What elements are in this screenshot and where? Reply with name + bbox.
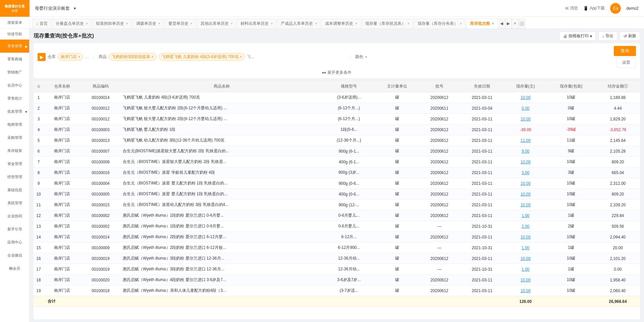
close-icon[interactable]: × (315, 22, 317, 25)
sidebar-item-retail-management[interactable]: 零售管理 ▶ (0, 40, 29, 53)
user-avatar[interactable]: Ea (610, 3, 621, 14)
tab-fenliang[interactable]: 分量盘点单历史 × (52, 18, 92, 29)
message-btn[interactable]: ✉ 消息 (565, 5, 578, 11)
tab-zuchuan[interactable]: 组装拆卸单历史 × (92, 18, 132, 29)
app-download-btn[interactable]: 📱 App下载 (583, 5, 605, 11)
row-qty-main[interactable]: 10.00 (504, 200, 546, 210)
print-dropdown-icon: ▾ (590, 34, 592, 39)
row-qty-main[interactable]: 1.00 (504, 264, 546, 275)
row-qty-main[interactable]: 1.00 (504, 243, 546, 253)
goods-tag-2[interactable]: 飞鹤星飞帆 儿童奶粉 4段(3-6岁适用) 700克 × (159, 53, 245, 61)
sidebar-item-app-center[interactable]: 应用中心 (0, 236, 29, 249)
warehouse-tag-remove[interactable]: × (78, 55, 80, 59)
row-qty-main[interactable]: 10.00 (504, 178, 546, 189)
total-label: 合计 (44, 296, 504, 307)
tab-cailiao[interactable]: 材料出库单历史 × (237, 18, 276, 29)
row-qty-main[interactable]: 10.00 (504, 275, 546, 285)
sidebar-item-retail-stats[interactable]: 零售统计 (0, 92, 29, 105)
row-qty-main[interactable]: 9.00 (504, 146, 546, 157)
tab-nav-left[interactable]: ◀ (498, 18, 505, 29)
row-qty-main: -39.00 (504, 124, 546, 135)
warehouse-tag[interactable]: 南岸门店 × (58, 53, 83, 61)
sidebar-item-operation[interactable]: 经营管理 (0, 170, 29, 183)
tab-chengben[interactable]: 成本调整单历史 × (321, 18, 361, 29)
row-qty-main[interactable]: 10.00 (504, 157, 546, 167)
tab-chengben-label: 成本调整单历史 (325, 21, 353, 26)
sidebar-item-basic-info[interactable]: 基础信息 (0, 183, 29, 197)
row-qty-main[interactable]: 10.00 (504, 114, 546, 124)
row-qty-main[interactable]: 10.00 (504, 285, 546, 296)
sidebar-item-enterprise[interactable]: 企业协同 (0, 210, 29, 223)
close-icon[interactable]: × (231, 22, 233, 25)
row-qty-main[interactable]: 11.00 (504, 135, 546, 146)
tab-nav-right[interactable]: ▶ (505, 18, 512, 29)
row-warehouse: 南岸门店 (44, 243, 80, 253)
close-icon[interactable]: × (126, 22, 128, 25)
sidebar-item-retail-shop[interactable]: 零售商城 (0, 53, 29, 66)
tab-xiancunliang2[interactable]: 现存量（库存分布表） × (414, 18, 466, 29)
row-qty-main[interactable]: 1.00 (504, 210, 546, 221)
tab-diaob[interactable]: 调拨单历史 × (132, 18, 164, 29)
sidebar-item-member-center[interactable]: 会员中心 (0, 79, 29, 92)
goods-tag-2-remove[interactable]: × (240, 55, 242, 59)
filter-more-btn[interactable]: … (85, 55, 89, 59)
row-qty-main[interactable]: 10.00 (504, 92, 546, 103)
tab-kucun-batch[interactable]: 库存批次账 × (466, 18, 498, 29)
sidebar-item-marketing[interactable]: 营销推广 (0, 66, 29, 79)
row-qty-main[interactable]: 10.00 (504, 232, 546, 243)
close-icon[interactable]: × (191, 22, 193, 25)
table-row: 6 南岸门店 00100007 合生元(BIOSTIME)派星较大婴儿配方奶粉 … (34, 146, 640, 157)
filter-expand-btn[interactable]: ▶ (38, 53, 46, 61)
close-icon[interactable]: × (460, 22, 462, 25)
tab-xiancunliang1[interactable]: 现存量（库存状况表） × (362, 18, 413, 29)
logo-text: 畅捷通好生意 (5, 4, 25, 9)
row-spec: 6-12月900... (323, 243, 375, 253)
sidebar-quick-nav[interactable]: 快捷导航 (0, 29, 29, 40)
gear-icon[interactable]: ⚙ (37, 84, 41, 89)
tab-home[interactable]: ⌂ 首页 (32, 18, 51, 29)
row-qty-main[interactable]: 3.00 (504, 167, 546, 178)
close-icon[interactable]: × (408, 22, 410, 25)
row-spec: 400g (6-1... (323, 157, 375, 167)
row-qty-main[interactable]: 10.00 (504, 189, 546, 200)
row-spec: 3-6岁及7岁... (323, 275, 375, 285)
row-qty-main[interactable]: 10.00 (504, 253, 546, 264)
expand-more-conditions[interactable]: ▾▾ 展开更多条件 (38, 70, 636, 75)
print-btn[interactable]: 🖨 按模板打印 ▾ (559, 32, 596, 41)
close-icon[interactable]: × (271, 22, 273, 25)
sidebar-item-system[interactable]: 系统管理 (0, 197, 29, 210)
tab-close-current[interactable]: × (512, 18, 519, 29)
row-name: 飞鹤星飞帆 幼儿配方奶粉 3段(12-36个月幼儿适用) 700克 (121, 135, 323, 146)
sidebar-item-inventory[interactable]: 库存核算 (0, 144, 29, 157)
tab-yaohuo[interactable]: 要货单历史 × (165, 18, 196, 29)
sidebar-item-wholesale[interactable]: 批发管理 ▼ (0, 105, 29, 118)
goods-tag-1-remove[interactable]: × (152, 55, 154, 59)
tab-qitachuku[interactable]: 其他出库单历史 × (197, 18, 236, 29)
tab-yaohuo-label: 要货单历史 (168, 21, 189, 26)
export-btn[interactable]: ↓ 导出 (598, 32, 617, 41)
setting-button[interactable]: 设置 (616, 57, 636, 68)
goods-tag-1[interactable]: 飞鹤奶粉3段阶段提装 × (109, 53, 157, 61)
row-expire: 2021-03-11 (460, 285, 505, 296)
color-expand-icon[interactable]: ▾ (365, 55, 367, 59)
sidebar-item-guide[interactable]: 新手引导 (0, 223, 29, 236)
close-icon[interactable]: × (492, 22, 494, 25)
query-button[interactable]: 查询 (614, 46, 636, 56)
row-qty-main[interactable]: 0.00 (504, 103, 546, 114)
sidebar-item-member[interactable]: 畅会员 (0, 262, 29, 275)
close-icon[interactable]: × (86, 22, 88, 25)
refresh-btn[interactable]: ↺ 刷新 (620, 32, 640, 41)
goods-more-btn[interactable]: 飞... (247, 54, 254, 60)
sidebar-item-procurement[interactable]: 采购管理 (0, 131, 29, 144)
close-icon[interactable]: × (158, 22, 160, 25)
tab-chanpin[interactable]: 产成品入库单历史 × (277, 18, 321, 29)
sidebar-item-ecommerce[interactable]: 电商管理 (0, 118, 29, 131)
sidebar-item-finance[interactable]: 资金管理 (0, 157, 29, 170)
sidebar-search-btn[interactable]: 搜索菜单 (0, 17, 29, 29)
row-qty-main[interactable]: 2.00 (504, 221, 546, 232)
company-dropdown-icon[interactable]: ▾ (74, 6, 76, 11)
username[interactable]: demo2 (626, 6, 639, 11)
tab-maximize[interactable]: ⬜ (519, 18, 525, 29)
close-icon[interactable]: × (355, 22, 357, 25)
sidebar-item-wechat[interactable]: 企业微信 (0, 249, 29, 262)
